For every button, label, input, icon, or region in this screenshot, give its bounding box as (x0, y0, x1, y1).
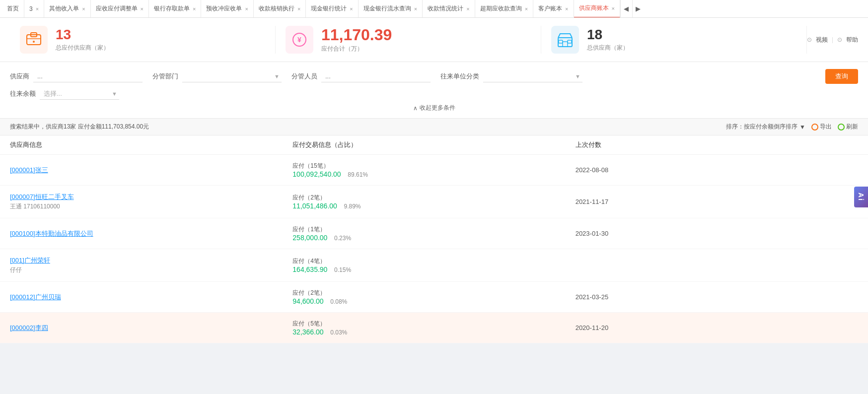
nav-tab-overdue[interactable]: 超期应收款查询 × (475, 0, 533, 18)
nav-tab-cash-stat[interactable]: 现金银行统计 × (306, 0, 358, 18)
svg-rect-6 (558, 38, 572, 47)
close-icon[interactable]: × (414, 6, 417, 12)
close-icon[interactable]: × (297, 6, 300, 12)
supplier-link[interactable]: [000002]李四 (10, 324, 292, 332)
supplier-cell: [000100]本特勤油品有限公司 (10, 229, 292, 238)
close-icon[interactable]: × (565, 6, 568, 12)
trans-label: 应付（4笔） (292, 257, 575, 265)
summary-card2-label: 应付合计（万） (321, 45, 392, 53)
store-icon (551, 26, 579, 54)
trans-label: 应付（2笔） (292, 194, 575, 202)
nav-tab-receipt[interactable]: 收款核销执行 × (254, 0, 306, 18)
nav-tab-advance[interactable]: 预收冲应收单 × (201, 0, 253, 18)
nav-arrow-left[interactable]: ◀ (620, 0, 632, 18)
col-header-transaction: 应付交易信息（占比） (292, 140, 575, 149)
export-icon (811, 124, 818, 131)
close-icon[interactable]: × (36, 6, 39, 12)
dept-filter-label: 分管部门 (152, 72, 178, 81)
filter-section: 供应商 分管部门 ▼ 分管人员 往来单位分类 ▼ 查询 (0, 62, 868, 119)
sort-control[interactable]: 排序：按应付余额倒序排序 ▼ (726, 123, 805, 131)
nav-tab-supplier-account[interactable]: 供应商账本 × (574, 0, 620, 18)
transaction-cell: 应付（4笔） 164,635.90 0.15% (292, 257, 575, 273)
summary-card-payable-total: ¥ 11,170.39 应付合计（万） (276, 26, 541, 54)
table-row: [000012]广州贝瑞 应付（2笔） 94,600.00 0.08% 2021… (0, 282, 868, 313)
summary-card1-text: 13 总应付供应商（家） (56, 28, 109, 52)
export-label: 导出 (820, 123, 832, 131)
close-icon[interactable]: × (193, 6, 196, 12)
nav-arrow-right[interactable]: ▶ (632, 0, 644, 18)
nav-tab-home[interactable]: 首页 (2, 0, 24, 18)
help-icon: ⊙ (837, 36, 842, 43)
export-button[interactable]: 导出 (811, 123, 832, 131)
nav-tab-home-label: 首页 (7, 4, 19, 13)
svg-point-3 (33, 41, 35, 43)
balance-filter-select[interactable]: 选择... (40, 88, 119, 100)
nav-tab-payment-stat[interactable]: 收款情况统计 × (423, 0, 475, 18)
help-link[interactable]: 帮助 (846, 36, 858, 44)
nav-tab-customer-account[interactable]: 客户账本 × (533, 0, 574, 18)
video-link[interactable]: 视频 (816, 36, 828, 44)
supplier-link[interactable]: [000012]广州贝瑞 (10, 293, 292, 302)
transaction-cell: 应付（2笔） 94,600.00 0.08% (292, 289, 575, 305)
close-icon[interactable]: × (466, 6, 469, 12)
person-filter-input[interactable] (321, 70, 431, 82)
nav-tab-supplier-account-label: 供应商账本 (579, 4, 609, 12)
filter-dept: 分管部门 ▼ (152, 70, 282, 82)
trans-amount: 32,366.00 (292, 328, 323, 336)
transaction-cell: 应付（5笔） 32,366.00 0.03% (292, 320, 575, 336)
supplier-sub: 王通 17106110000 (10, 202, 292, 211)
payable-icon: ¥ (286, 26, 313, 54)
nav-tab-other-income[interactable]: 其他收入单 × (44, 0, 90, 18)
nav-tab-cash-flow[interactable]: 现金银行流水查询 × (359, 0, 423, 18)
refresh-button[interactable]: 刷新 (838, 123, 858, 131)
refresh-label: 刷新 (846, 123, 858, 131)
supplier-link[interactable]: [001]广州荣轩 (10, 256, 292, 265)
close-icon[interactable]: × (525, 6, 528, 12)
supplier-link[interactable]: [000007]恒旺二手叉车 (10, 193, 292, 201)
sort-arrow-icon: ▼ (799, 124, 805, 131)
close-icon[interactable]: × (82, 6, 85, 12)
trans-label: 应付（2笔） (292, 289, 575, 297)
filter-row-2: 往来余额 选择... ▼ (10, 88, 858, 100)
nav-tab-ar-adjust[interactable]: 应收应付调整单 × (91, 0, 149, 18)
close-icon[interactable]: × (612, 5, 615, 11)
supplier-link[interactable]: [000100]本特勤油品有限公司 (10, 229, 292, 238)
video-icon: ⊙ (807, 36, 812, 43)
last-pay-cell: 2021-11-17 (576, 198, 858, 205)
collapse-button[interactable]: ∧ 收起更多条件 (10, 104, 858, 112)
supplier-cell: [000002]李四 (10, 324, 292, 332)
summary-card1-number: 13 (56, 28, 109, 42)
supplier-filter-input[interactable] (33, 70, 143, 82)
balance-select-wrap: 选择... ▼ (40, 88, 119, 100)
supplier-link[interactable]: [000001]张三 (10, 166, 292, 175)
nav-tab-3[interactable]: 3 × (24, 0, 44, 18)
filter-person: 分管人员 (291, 70, 431, 82)
supplier-icon (20, 26, 48, 54)
nav-tab-cash-flow-label: 现金银行流水查询 (363, 4, 411, 13)
query-button[interactable]: 查询 (825, 69, 858, 84)
nav-tab-other-income-label: 其他收入单 (49, 4, 79, 13)
ai-assistant-button[interactable]: Ai (854, 187, 868, 207)
close-icon[interactable]: × (245, 6, 248, 12)
trans-amount: 11,051,486.00 (292, 202, 337, 210)
trans-pct: 0.08% (330, 298, 347, 305)
help-links: ⊙ 视频 | ⊙ 帮助 (807, 36, 858, 44)
dept-filter-select[interactable] (182, 70, 282, 82)
supplier-cell: [000012]广州贝瑞 (10, 293, 292, 302)
collapse-up-icon: ∧ (413, 105, 418, 112)
category-filter-select[interactable] (483, 70, 582, 82)
table-row: [001]广州荣轩 仔仔 应付（4笔） 164,635.90 0.15% (0, 249, 868, 282)
close-icon[interactable]: × (350, 6, 353, 12)
trans-amount: 100,092,540.00 (292, 170, 341, 178)
table-row: [000002]李四 应付（5笔） 32,366.00 0.03% 2020-1… (0, 313, 868, 343)
summary-card2-number: 11,170.39 (321, 27, 392, 43)
summary-section: 13 总应付供应商（家） ¥ 11,170.39 应付合计（万） (0, 18, 868, 62)
filter-supplier: 供应商 (10, 70, 143, 82)
nav-tab-bank-deposit[interactable]: 银行存取款单 × (149, 0, 201, 18)
top-navigation: 首页 3 × 其他收入单 × 应收应付调整单 × 银行存取款单 × 预收冲应收单… (0, 0, 868, 18)
trans-pct: 0.03% (330, 329, 347, 336)
close-icon[interactable]: × (141, 6, 144, 12)
supplier-cell: [000007]恒旺二手叉车 王通 17106110000 (10, 193, 292, 211)
trans-pct: 9.89% (344, 203, 361, 210)
trans-pct: 0.15% (334, 266, 351, 273)
